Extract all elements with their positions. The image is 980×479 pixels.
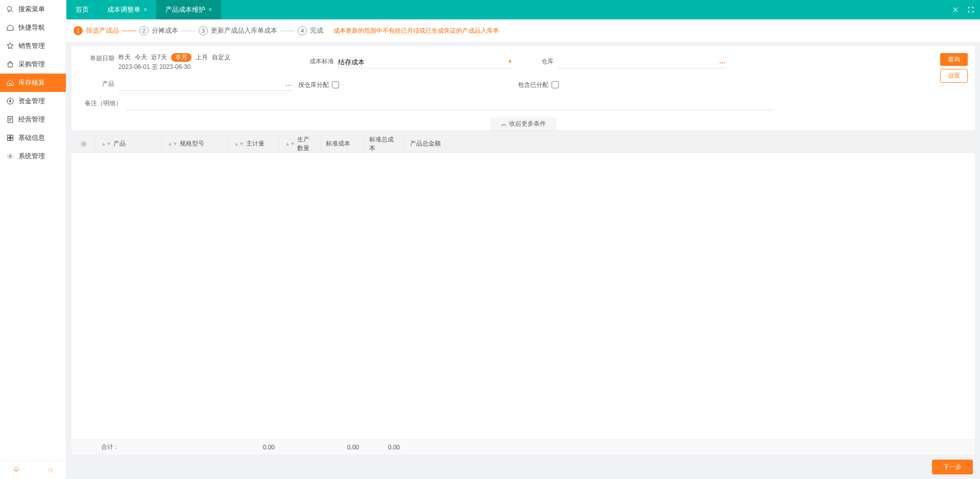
sidebar: 搜索菜单 快捷导航 销售管理 采购管理 库存核算 资金管理	[0, 0, 66, 479]
svg-marker-3	[7, 43, 13, 49]
svg-point-14	[9, 155, 11, 157]
more-icon[interactable]: …	[719, 57, 726, 65]
fullscreen-icon[interactable]	[967, 6, 975, 14]
column-settings[interactable]	[71, 135, 96, 152]
total-prodtotal: 0.00	[364, 444, 405, 451]
step-2[interactable]: 2分摊成本	[139, 26, 178, 35]
step-label: 完成	[310, 26, 323, 35]
svg-rect-4	[9, 83, 11, 85]
included-checkbox[interactable]: 包含已分配	[518, 81, 559, 89]
col-label: 产品总金额	[410, 139, 441, 148]
remark-label: 备注（明细）	[79, 98, 122, 108]
tab-home[interactable]: 首页	[66, 0, 98, 19]
bag-icon	[6, 60, 14, 68]
svg-rect-12	[8, 138, 10, 141]
svg-rect-13	[11, 138, 13, 141]
main-area: 首页 成本调整单× 产品成本维护× 1筛选产成品 2分摊成本 3更新产成品入库单…	[66, 0, 980, 479]
date-range: 2023-06-01 至 2023-06-30	[118, 63, 230, 71]
step-1[interactable]: 1筛选产成品	[74, 26, 119, 35]
sidebar-item-system[interactable]: 系统管理	[0, 147, 66, 165]
std-label: 成本标准	[298, 56, 334, 66]
step-warning-text: 成本更新的范围中不包括已月结或已生成凭证的产成品入库单	[333, 27, 499, 35]
product-input[interactable]	[118, 79, 292, 91]
cost-standard-select[interactable]	[338, 56, 512, 68]
sidebar-item-label: 采购管理	[18, 60, 45, 69]
sidebar-item-operation[interactable]: 经营管理	[0, 110, 66, 129]
col-product[interactable]: ▲▼产品	[96, 135, 162, 152]
settings-gear-icon[interactable]	[12, 466, 21, 475]
col-label: 产品	[113, 139, 126, 148]
next-button[interactable]: 下一步	[932, 460, 973, 474]
by-warehouse-checkbox[interactable]: 按仓库分配	[298, 81, 339, 89]
close-icon[interactable]: ×	[144, 6, 147, 13]
date-from[interactable]: 2023-06-01	[118, 63, 150, 70]
step-divider	[280, 31, 295, 31]
date-preset-7days[interactable]: 近7天	[151, 53, 167, 62]
sort-icon[interactable]: ▲▼	[234, 142, 244, 145]
svg-rect-11	[11, 135, 13, 138]
svg-line-1	[11, 10, 13, 12]
remark-input[interactable]	[126, 98, 774, 110]
sort-icon[interactable]: ▲▼	[285, 142, 295, 145]
collapse-sidebar-icon[interactable]	[45, 466, 54, 475]
close-icon[interactable]: ×	[208, 6, 212, 13]
col-prodtotal[interactable]: 产品总金额	[405, 135, 975, 152]
sort-icon[interactable]: ▲▼	[168, 142, 178, 145]
data-table: ▲▼产品 ▲▼规格型号 ▲▼主计量 ▲▼生产数量 标准成本 标准总成本 产品总金…	[71, 135, 975, 454]
step-bar: 1筛选产成品 2分摊成本 3更新产成品入库单成本 4完成 成本更新的范围中不包括…	[66, 19, 980, 42]
col-stdtotal[interactable]: 标准总成本	[364, 135, 405, 152]
query-button[interactable]: 查询	[940, 53, 968, 66]
step-num: 2	[139, 26, 149, 35]
tab-label: 产品成本维护	[165, 5, 205, 14]
date-preset-yesterday[interactable]: 昨天	[118, 53, 131, 62]
step-num: 4	[298, 26, 307, 35]
by-warehouse-check[interactable]	[332, 81, 339, 88]
tab-cost-adjust[interactable]: 成本调整单×	[98, 0, 156, 19]
col-label: 标准成本	[326, 139, 350, 148]
col-spec[interactable]: ▲▼规格型号	[162, 135, 229, 152]
tab-bar: 首页 成本调整单× 产品成本维护×	[66, 0, 980, 19]
sidebar-item-search-menu[interactable]: 搜索菜单	[0, 0, 66, 18]
chevron-down-icon[interactable]: ▾	[509, 58, 512, 65]
sidebar-item-basicinfo[interactable]: 基础信息	[0, 129, 66, 147]
col-qty[interactable]: ▲▼生产数量	[280, 135, 321, 152]
sidebar-item-finance[interactable]: 资金管理	[0, 92, 66, 110]
sidebar-item-label: 销售管理	[18, 41, 45, 51]
step-divider	[122, 31, 136, 31]
total-qty: 0.00	[229, 444, 280, 451]
sort-icon[interactable]: ▲▼	[101, 142, 111, 145]
filter-panel: 查询 设置 单据日期 昨天 今天 近7天 本月 上月	[71, 46, 975, 130]
gear-icon	[6, 152, 14, 160]
tab-product-cost[interactable]: 产品成本维护×	[156, 0, 221, 19]
date-preset-custom[interactable]: 自定义	[212, 53, 230, 62]
doc-icon	[6, 115, 14, 124]
step-3[interactable]: 3更新产成品入库单成本	[199, 26, 277, 35]
date-preset-last-month[interactable]: 上月	[196, 53, 208, 62]
included-check[interactable]	[552, 81, 559, 88]
settings-button[interactable]: 设置	[940, 69, 968, 83]
collapse-filters-button[interactable]: ︽ 收起更多条件	[491, 117, 556, 130]
warehouse-input[interactable]	[558, 56, 726, 68]
sidebar-item-quicknav[interactable]: 快捷导航	[0, 18, 66, 37]
checkbox-label: 按仓库分配	[298, 81, 329, 89]
badge-icon	[6, 42, 14, 50]
svg-point-19	[83, 143, 85, 145]
sidebar-item-inventory[interactable]: 库存核算	[0, 74, 66, 92]
sidebar-item-sales[interactable]: 销售管理	[0, 37, 66, 55]
date-preset-this-month[interactable]: 本月	[171, 53, 192, 62]
close-all-icon[interactable]	[951, 6, 960, 14]
step-4[interactable]: 4完成	[298, 26, 323, 35]
svg-rect-10	[8, 135, 10, 138]
col-unit[interactable]: ▲▼主计量	[229, 135, 280, 152]
total-stdtotal: 0.00	[321, 444, 364, 451]
sidebar-item-label: 资金管理	[18, 97, 45, 106]
step-label: 分摊成本	[152, 26, 178, 35]
date-preset-today[interactable]: 今天	[135, 53, 147, 62]
more-icon[interactable]: …	[285, 80, 292, 87]
sidebar-item-purchase[interactable]: 采购管理	[0, 55, 66, 74]
col-label: 标准总成本	[369, 135, 399, 153]
table-header: ▲▼产品 ▲▼规格型号 ▲▼主计量 ▲▼生产数量 标准成本 标准总成本 产品总金…	[71, 135, 975, 153]
svg-point-0	[8, 7, 12, 11]
col-stdcost[interactable]: 标准成本	[321, 135, 364, 152]
date-to[interactable]: 2023-06-30	[159, 63, 190, 70]
